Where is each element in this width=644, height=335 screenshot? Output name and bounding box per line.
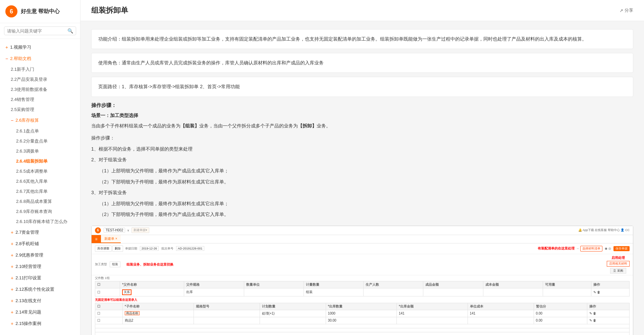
step-1: 1、根据不同的业务，选择不同单据的类型来处理	[91, 145, 633, 154]
sidebar-item-2-6-8[interactable]: 2.6.8商品成本重算	[0, 197, 80, 207]
sim-btn-save: 保存单据	[613, 246, 630, 251]
main-content: 组装拆卸单 ↗ 分享 功能介绍：组装拆卸单用来处理企业组装或拆卸等加工业务，支持…	[80, 0, 644, 335]
annot-text-2: 组装业务、拆卸业务在这里切换	[126, 262, 173, 267]
sidebar-item-2-6-2[interactable]: 2.6.2分量盘点单	[0, 136, 80, 146]
step-3: 3、对于拆装业务	[91, 188, 633, 197]
td-cost-amt	[483, 288, 543, 296]
sidebar-item-2-6-10[interactable]: 2.6.10库存账本错了怎么办	[0, 217, 80, 227]
sidebar-item-2-9[interactable]: + 2.9优惠券管理	[0, 249, 80, 261]
sidebar-item-2-6-5[interactable]: 2.6.5成本调整单	[0, 166, 80, 176]
annot-text-4: 无固定清单可以组装在这里录入	[95, 298, 137, 302]
td-producers	[364, 288, 423, 296]
td-check: ☐	[95, 317, 123, 324]
brand-name: 好生意 帮助中心	[21, 8, 60, 15]
share-icon: ↗	[620, 8, 623, 13]
minus-icon: −	[5, 56, 8, 61]
sim-action-delete: 删除	[112, 245, 123, 252]
sidebar-item-2-15[interactable]: + 2.15操作案例	[0, 318, 80, 329]
annot-text-3: 启用处理	[611, 256, 625, 260]
screenshot-container: 6 TEST-H002 ∨ 新建单据▾ 🔔 App下载 在线客服 帮助中心 👤 …	[91, 226, 633, 335]
td-unit	[244, 288, 304, 296]
sidebar-item-label: 2.14常见问题	[15, 309, 41, 315]
sidebar-item-label: 2.15操作案例	[15, 321, 41, 327]
nav-list: + 1.视频学习 − 2.帮助文档 2.1新手入门 2.2产品安装及登录 2.3…	[0, 39, 80, 332]
sidebar-item-2-6-4[interactable]: 2.6.4组装拆卸单	[0, 156, 80, 166]
sim-app-id: TEST-H002	[104, 228, 125, 233]
sidebar-item-2-6-1[interactable]: 2.6.1盘点单	[0, 126, 80, 136]
plus-icon: +	[11, 275, 13, 281]
share-label: 分享	[625, 7, 633, 13]
sidebar-item-2-6-7[interactable]: 2.6.7其他出库单	[0, 186, 80, 197]
sim-table-bottom: 无固定清单可以组装在这里录入 ☐ *子件名称 规格型号 计划数量 *出库数量 *…	[92, 297, 633, 335]
sidebar-item-2-13[interactable]: + 2.13在线支付	[0, 295, 80, 306]
sim-icons-right: 🔔 App下载 在线客服 帮助中心 👤 CC	[578, 228, 630, 232]
td-check: ☐	[95, 310, 123, 317]
sidebar-item-label: 2.12系统个性化设置	[15, 286, 54, 292]
sidebar-item-docs[interactable]: − 2.帮助文档	[0, 53, 80, 64]
logo-area: 6 好生意 帮助中心	[0, 0, 80, 23]
plus-icon: +	[11, 253, 13, 258]
sidebar-item-2-14[interactable]: + 2.14常见问题	[0, 306, 80, 318]
td-outq: 1000	[326, 310, 397, 317]
sim-table-top-label: 父件数 1组	[95, 276, 630, 280]
logo-icon: 6	[5, 5, 17, 17]
plus-icon: +	[11, 287, 13, 292]
td-plan: 处理(+1)	[260, 310, 326, 317]
sidebar-item-2-6-3[interactable]: 2.6.3调拨单	[0, 146, 80, 156]
sidebar-item-2-2[interactable]: 2.2产品安装及登录	[0, 74, 80, 85]
sim-tab-new-doc: 新建单 ×	[101, 235, 121, 243]
sidebar-item-2-8[interactable]: + 2.8手机旺铺	[0, 238, 80, 249]
sidebar-item-2-12[interactable]: + 2.12系统个性化设置	[0, 284, 80, 295]
search-icon[interactable]: 🔍	[67, 28, 73, 34]
td-op2: ✎ 🗑	[587, 317, 630, 324]
intro-block-3: 页面路径：1、库存核算->库存管理->组装拆卸单 2、首页->常用功能	[91, 77, 633, 97]
sim-table-top: 父件数 1组 ☐ *父件名称 父件规格 数量单位 计量数量 生产人数 成品金额	[92, 275, 633, 297]
sim-type-value: 组装	[110, 262, 120, 267]
sim-field-batchno-label: 批次单号	[161, 246, 173, 251]
sidebar-item-label: 2.13在线支付	[15, 298, 41, 304]
sidebar-item-label: 2.10经营管理	[15, 264, 41, 270]
scene1-desc: 当由多个子件材料组装成一个成品的业务为【组装】业务，当由一个父件拆分成多个子产品…	[91, 121, 633, 130]
search-box[interactable]: 🔍	[4, 26, 76, 35]
sim-form-actions: 库存调整 删除 单据日期 2019-12-26 批次单号 AD-20191226…	[92, 243, 633, 254]
td-measure: 组装	[304, 288, 363, 296]
sidebar-item-label: 2.帮助文档	[10, 56, 31, 62]
intro-block-1: 功能介绍：组装拆卸单用来处理企业组装或拆卸等加工业务，支持有固定装配清单的产品加…	[91, 29, 633, 49]
sidebar-item-video[interactable]: + 1.视频学习	[0, 42, 80, 53]
plus-icon: +	[11, 298, 13, 303]
table-row	[95, 332, 630, 335]
search-input[interactable]	[7, 29, 67, 34]
page-title: 组装拆卸单	[91, 5, 128, 15]
sim-field-date: 2019-12-26	[140, 246, 159, 251]
minus-icon: −	[11, 118, 13, 123]
sidebar-item-2-6-6[interactable]: 2.6.6其他入库单	[0, 176, 80, 186]
sidebar-item-2-7[interactable]: + 2.7资金管理	[0, 227, 80, 238]
sidebar-item-2-6[interactable]: − 2.6库存核算	[0, 115, 80, 126]
td-child-highlight: 商品名称	[125, 311, 140, 315]
share-button[interactable]: ↗ 分享	[620, 7, 633, 13]
table-row: ☐ 商品名称 处理(+1) 1000 141 141 0.00 ✎ 🗑	[95, 310, 630, 317]
sim-nav-home: ≡	[92, 235, 101, 243]
sidebar-item-2-1[interactable]: 2.1新手入门	[0, 64, 80, 74]
td-outa2	[397, 317, 468, 324]
sidebar-item-2-6-9[interactable]: 2.6.9库存账本查询	[0, 207, 80, 217]
scene1-title: 场景一：加工类型选择	[91, 113, 633, 119]
sidebar-item-2-11[interactable]: + 2.11打印设置	[0, 272, 80, 284]
sidebar-item-2-10[interactable]: + 2.10经营管理	[0, 261, 80, 272]
table-row	[95, 324, 630, 328]
td-uc2	[468, 317, 534, 324]
sidebar-item-2-3[interactable]: 2.3使用前数据准备	[0, 85, 80, 95]
sim-table-child: ☐ *子件名称 规格型号 计划数量 *出库数量 *出库金额 单位成本 暂估分 操…	[95, 303, 630, 335]
td-est2: 0.00	[534, 317, 587, 324]
td-empty2	[95, 328, 630, 332]
sim-field-date-label: 单据日期	[125, 246, 137, 251]
th-child-name: *子件名称	[122, 303, 194, 310]
intro-text-2: 使用角色：通常由生产人员或库管人员完成拆装业务的操作，库管人员确认原材料的出库和…	[98, 60, 324, 65]
td-name-input: 关系	[122, 289, 131, 295]
sidebar-item-2-4[interactable]: 2.4销售管理	[0, 95, 80, 105]
sim-btn-select-material: 选择材料清单	[580, 246, 602, 252]
sidebar-item-2-5[interactable]: 2.5采购管理	[0, 105, 80, 115]
annot-text-1: 有装配清单的在这里处理	[538, 246, 575, 251]
sim-new-btn: 新建单据▾	[131, 227, 149, 233]
plus-icon: +	[11, 230, 13, 235]
